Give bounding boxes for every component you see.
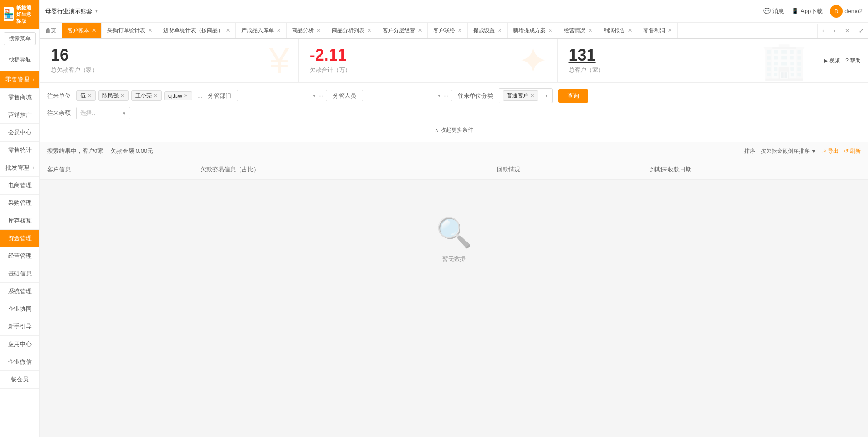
tab-close-icon[interactable]: ✕	[628, 28, 632, 33]
sidebar-item-4[interactable]: 零售统计	[0, 142, 39, 159]
sidebar-item-7[interactable]: 采购管理	[0, 195, 39, 212]
category-tag-remove[interactable]: ✕	[530, 93, 534, 99]
stat-amount-label: 欠款合计（万）	[310, 66, 547, 74]
data-table: 客户信息欠款交易信息（占比）回款情况到期未收款日期	[40, 160, 868, 180]
person-select[interactable]: ▼ ···	[362, 90, 452, 101]
search-menu-button[interactable]: 搜索菜单	[4, 32, 36, 45]
user-profile[interactable]: D demo2	[830, 5, 863, 18]
tab-1[interactable]: 客户账本✕	[62, 23, 102, 38]
tab-close-icon[interactable]: ✕	[418, 28, 422, 33]
chevron-right-icon: ›	[33, 165, 34, 170]
refresh-button[interactable]: ↺ 刷新	[844, 147, 861, 155]
sidebar-item-0[interactable]: 零售管理›	[0, 71, 39, 89]
tab-close-all-button[interactable]: ✕	[840, 24, 854, 38]
sidebar-item-2[interactable]: 营销推广	[0, 106, 39, 124]
tab-4[interactable]: 产成品入库单✕	[236, 23, 287, 38]
sidebar-item-1[interactable]: 零售商城	[0, 89, 39, 106]
sidebar-item-6[interactable]: 电商管理	[0, 177, 39, 195]
filter-tag-remove[interactable]: ✕	[153, 93, 158, 99]
help-link[interactable]: ? 帮助	[845, 57, 861, 65]
tab-close-icon[interactable]: ✕	[277, 28, 281, 33]
sort-button[interactable]: 排序：按欠款金额倒序排序 ▼	[744, 147, 816, 155]
tab-10[interactable]: 新增提成方案✕	[508, 23, 558, 38]
tab-next-button[interactable]: ›	[829, 24, 840, 38]
quick-nav-button[interactable]: 快捷导航	[4, 53, 36, 67]
sidebar-item-label: 零售统计	[8, 146, 32, 154]
tab-label: 首页	[45, 27, 56, 34]
sidebar-item-12[interactable]: 系统管理	[0, 283, 39, 300]
topbar: 母婴行业演示账套 ▼ 💬 消息 📱 App下载 D demo2	[40, 0, 868, 23]
sidebar-search-area: 搜索菜单	[0, 28, 39, 49]
tab-label: 零售利润	[643, 27, 665, 34]
tab-13[interactable]: 零售利润✕	[638, 23, 678, 38]
tab-close-icon[interactable]: ✕	[548, 28, 552, 33]
sidebar-item-label: 应用中心	[8, 340, 32, 348]
sidebar-item-14[interactable]: 新手引导	[0, 318, 39, 336]
filter-tag: cjttcw✕	[164, 91, 192, 100]
tab-fullscreen-button[interactable]: ⤢	[854, 24, 868, 38]
sidebar-item-label: 企业微信	[8, 358, 32, 366]
account-selector[interactable]: 母婴行业演示账套 ▼	[45, 7, 99, 15]
tab-close-icon[interactable]: ✕	[588, 28, 592, 33]
sidebar-item-8[interactable]: 库存核算	[0, 212, 39, 230]
tab-6[interactable]: 商品分析列表✕	[326, 23, 377, 38]
result-info: 搜索结果中，客户0家 欠款金额 0.00元	[47, 147, 153, 155]
sidebar-item-label: 新手引导	[8, 323, 32, 331]
sidebar-item-5[interactable]: 批发管理›	[0, 159, 39, 177]
tab-5[interactable]: 商品分析✕	[287, 23, 326, 38]
tab-7[interactable]: 客户分层经营✕	[377, 23, 428, 38]
sidebar-item-9[interactable]: 资金管理	[0, 230, 39, 247]
sidebar-item-17[interactable]: 畅会员	[0, 371, 39, 389]
tab-label: 经营情况	[564, 27, 585, 34]
sidebar-item-16[interactable]: 企业微信	[0, 353, 39, 371]
tab-close-icon[interactable]: ✕	[317, 28, 321, 33]
tab-label: 产成品入库单	[241, 27, 274, 34]
tab-0[interactable]: 首页	[40, 23, 62, 38]
tab-2[interactable]: 采购订单统计表✕	[102, 23, 158, 38]
sidebar-item-3[interactable]: 会员中心	[0, 124, 39, 142]
tab-close-icon[interactable]: ✕	[498, 28, 502, 33]
sidebar-item-label: 批发管理	[5, 164, 29, 172]
result-amount: 欠款金额 0.00元	[110, 147, 153, 155]
video-link[interactable]: ▶ 视频	[824, 57, 840, 65]
category-filter-label: 往来单位分类	[458, 92, 493, 100]
tab-prev-button[interactable]: ‹	[817, 24, 829, 38]
filter-tag-remove[interactable]: ✕	[120, 93, 125, 99]
username-label: demo2	[844, 8, 863, 14]
tab-12[interactable]: 利润报告✕	[598, 23, 638, 38]
balance-select[interactable]: 选择... ▼	[76, 107, 130, 119]
customers-bg-icon: ¥	[269, 40, 289, 81]
dept-select[interactable]: ▼ ···	[237, 90, 327, 101]
tab-close-icon[interactable]: ✕	[92, 28, 96, 33]
filter-tag-remove[interactable]: ✕	[87, 93, 91, 99]
dept-caret-icon: ▼	[312, 93, 317, 98]
sidebar-item-11[interactable]: 基础信息	[0, 265, 39, 283]
tab-8[interactable]: 客户联络✕	[428, 23, 468, 38]
tab-close-icon[interactable]: ✕	[148, 28, 152, 33]
message-icon: 💬	[763, 8, 771, 14]
more-tags-indicator[interactable]: ...	[197, 92, 202, 99]
filter-tag-remove[interactable]: ✕	[184, 93, 188, 99]
export-button[interactable]: ↗ 导出	[822, 147, 839, 155]
tab-close-icon[interactable]: ✕	[367, 28, 371, 33]
messages-button[interactable]: 💬 消息	[763, 7, 784, 15]
category-tag: 普通客户 ✕	[503, 90, 538, 101]
sidebar-item-13[interactable]: 企业协同	[0, 300, 39, 318]
tab-close-icon[interactable]: ✕	[226, 28, 230, 33]
stat-customers-label: 总欠款客户（家）	[51, 66, 288, 74]
sort-label: 排序：按欠款金额倒序排序	[744, 147, 810, 155]
app-download-button[interactable]: 📱 App下载	[791, 7, 823, 15]
video-label: 视频	[829, 57, 840, 65]
sidebar-item-15[interactable]: 应用中心	[0, 336, 39, 353]
category-select[interactable]: 普通客户 ✕ ▼	[499, 88, 553, 103]
stats-header: ¥ 16 总欠款客户（家） ✦ -2.11 欠款合计（万） 🏢 131 总客户（…	[40, 39, 868, 83]
sidebar-item-10[interactable]: 经营管理	[0, 247, 39, 265]
tab-11[interactable]: 经营情况✕	[558, 23, 598, 38]
collapse-button[interactable]: ∧ 收起更多条件	[47, 123, 861, 137]
tab-close-icon[interactable]: ✕	[458, 28, 462, 33]
tab-3[interactable]: 进货单统计表（按商品）✕	[158, 23, 236, 38]
sidebar-item-label: 零售管理	[5, 76, 29, 84]
query-button[interactable]: 查询	[558, 89, 588, 103]
tab-9[interactable]: 提成设置✕	[468, 23, 508, 38]
tab-close-icon[interactable]: ✕	[668, 28, 672, 33]
